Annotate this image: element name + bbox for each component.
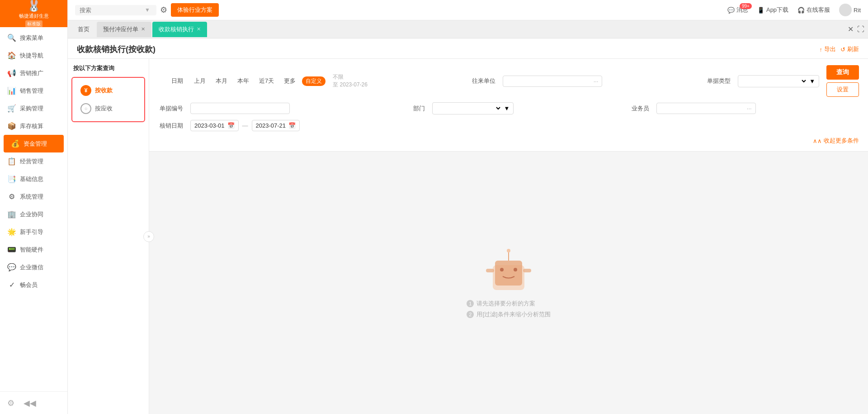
sidebar-item-vip[interactable]: ✓ 畅会员 xyxy=(0,276,67,294)
tab-maximize-icon[interactable]: ⛶ xyxy=(857,25,864,33)
sidebar-item-sales[interactable]: 📊 销售管理 xyxy=(0,82,67,100)
refresh-button[interactable]: ↺ 刷新 xyxy=(840,45,859,53)
staff-input-wrap[interactable]: ··· xyxy=(656,103,756,114)
username-label: Rit xyxy=(854,7,861,14)
staff-ellipsis-icon[interactable]: ··· xyxy=(747,105,752,112)
doc-type-label: 单据类型 xyxy=(706,77,731,85)
collapse-more-btn[interactable]: ∧∧ 收起更多条件 xyxy=(158,137,859,145)
industry-solution-button[interactable]: 体验行业方案 xyxy=(171,3,219,17)
cooperation-icon: 🏢 xyxy=(7,210,16,219)
sidebar-nav: 🔍 搜索菜单 🏠 快捷导航 📢 营销推广 📊 销售管理 🛒 采购管理 📦 库存核… xyxy=(0,27,67,391)
message-icon: 💬 xyxy=(727,7,735,14)
sidebar-bottom: ⚙ ◀◀ xyxy=(0,391,67,414)
doc-type-select[interactable]: ▼ xyxy=(738,75,819,87)
settings-gear-icon[interactable]: ⚙ xyxy=(160,5,167,15)
counterpart-input[interactable] xyxy=(507,78,591,85)
counterpart-label: 往来单位 xyxy=(471,77,495,85)
sidebar-item-purchase[interactable]: 🛒 采购管理 xyxy=(0,100,67,117)
date-btn-custom[interactable]: 自定义 xyxy=(302,76,326,86)
select-chevron-icon: ▼ xyxy=(809,78,815,85)
sidebar-item-operations[interactable]: 📋 经营管理 xyxy=(0,152,67,170)
sidebar-item-label: 智能硬件 xyxy=(20,246,43,254)
tab-prepay-close-icon[interactable]: ✕ xyxy=(141,26,145,32)
hint-num-1: 1 xyxy=(467,300,474,307)
staff-input[interactable] xyxy=(660,105,745,112)
dept-select[interactable]: ▼ xyxy=(432,102,514,114)
sidebar-item-finance[interactable]: 💰 资金管理 xyxy=(4,135,64,152)
query-button[interactable]: 查询 xyxy=(826,65,859,80)
export-icon: ↑ xyxy=(820,46,823,53)
calendar-start-icon[interactable]: 📅 xyxy=(227,122,235,129)
verify-start-date-value: 2023-03-01 xyxy=(194,122,225,129)
svg-point-5 xyxy=(507,249,510,252)
message-item[interactable]: 💬 消息 99+ xyxy=(727,6,748,14)
empty-hint-text-1: 请先选择要分析的方案 xyxy=(476,300,535,308)
sidebar-item-search-menu[interactable]: 🔍 搜索菜单 xyxy=(0,29,67,47)
dept-select-control[interactable] xyxy=(436,105,502,112)
doc-number-input-wrap[interactable] xyxy=(190,103,290,114)
sidebar: 🐰 畅捷通好生意 标准版 🔍 搜索菜单 🏠 快捷导航 📢 营销推广 📊 销售管理… xyxy=(0,0,68,414)
svg-rect-1 xyxy=(495,261,522,286)
online-service-item[interactable]: 🎧 在线客服 xyxy=(797,6,830,14)
date-btn-this-month[interactable]: 本月 xyxy=(212,76,231,86)
left-panel-item-by-receipt[interactable]: ¥ 按收款 xyxy=(76,81,141,100)
tab-home[interactable]: 首页 xyxy=(71,22,96,37)
sidebar-item-marketing[interactable]: 📢 营销推广 xyxy=(0,64,67,82)
vip-icon: ✓ xyxy=(7,281,16,289)
basic-info-icon: 📑 xyxy=(7,175,16,183)
page-header: 收款核销执行(按收款) ↑ 导出 ↺ 刷新 xyxy=(68,38,868,59)
page-header-actions: ↑ 导出 ↺ 刷新 xyxy=(820,45,859,53)
tab-receivable-label: 收款核销执行 xyxy=(159,25,194,33)
tab-prepay-offset[interactable]: 预付冲应付单 ✕ xyxy=(97,22,151,37)
app-download-item[interactable]: 📱 App下载 xyxy=(757,6,788,14)
sidebar-item-basic-info[interactable]: 📑 基础信息 xyxy=(0,170,67,188)
collapse-sidebar-icon[interactable]: ◀◀ xyxy=(24,398,36,408)
chevron-up-icon: ∧∧ xyxy=(813,138,822,144)
empty-hint-item-1: 1 请先选择要分析的方案 xyxy=(467,300,550,308)
sidebar-item-label: 销售管理 xyxy=(20,87,43,95)
tab-close-all-icon[interactable]: ✕ xyxy=(848,25,854,33)
svg-rect-6 xyxy=(486,269,494,272)
doc-type-select-control[interactable] xyxy=(742,77,807,85)
empty-hint-text-2: 用[过滤]条件来缩小分析范围 xyxy=(476,310,550,319)
inventory-icon: 📦 xyxy=(7,122,16,130)
counterpart-ellipsis-icon[interactable]: ··· xyxy=(594,78,599,85)
date-btn-more[interactable]: 更多 xyxy=(280,76,299,86)
topbar-left: ▼ ⚙ 体验行业方案 xyxy=(75,3,722,17)
doc-number-input[interactable] xyxy=(194,105,286,112)
sidebar-item-beginner[interactable]: 🌟 新手引导 xyxy=(0,223,67,241)
verify-date-range: 2023-03-01 📅 — 2023-07-21 📅 xyxy=(190,120,300,131)
filter-settings-button[interactable]: 设置 xyxy=(826,82,859,97)
by-receipt-label: 按收款 xyxy=(95,86,113,95)
sidebar-item-label: 畅会员 xyxy=(20,281,38,289)
tab-receivable-offset[interactable]: 收款核销执行 ✕ xyxy=(152,22,207,37)
counterpart-input-wrap[interactable]: ··· xyxy=(503,76,602,87)
verify-date-end-input[interactable]: 2023-07-21 📅 xyxy=(252,120,300,131)
sidebar-item-cooperation[interactable]: 🏢 企业协同 xyxy=(0,205,67,223)
tab-receivable-close-icon[interactable]: ✕ xyxy=(197,26,201,32)
date-btn-this-year[interactable]: 本年 xyxy=(234,76,253,86)
right-panel: 日期 上月 本月 本年 近7天 更多 自定义 不限 至 2023-07-26 xyxy=(149,59,868,414)
verify-date-start-input[interactable]: 2023-03-01 📅 xyxy=(190,120,239,131)
user-profile[interactable]: Rit xyxy=(839,4,861,16)
sidebar-item-smart-hw[interactable]: 📟 智能硬件 xyxy=(0,241,67,258)
topbar-search-area[interactable]: ▼ xyxy=(75,5,156,15)
empty-hint-item-2: 2 用[过滤]条件来缩小分析范围 xyxy=(467,310,550,319)
date-btn-7days[interactable]: 近7天 xyxy=(255,76,278,86)
collapse-left-panel-button[interactable]: » xyxy=(143,231,154,242)
sidebar-item-system[interactable]: ⚙ 系统管理 xyxy=(0,188,67,205)
date-btn-last-month[interactable]: 上月 xyxy=(190,76,209,86)
export-button[interactable]: ↑ 导出 xyxy=(820,45,836,53)
export-label: 导出 xyxy=(824,45,836,53)
calendar-end-icon[interactable]: 📅 xyxy=(288,122,296,129)
svg-point-3 xyxy=(514,268,517,271)
left-panel: 按以下方案查询 ¥ 按收款 ○ 按应收 » xyxy=(68,59,149,414)
sidebar-item-inventory[interactable]: 📦 库存核算 xyxy=(0,117,67,135)
sidebar-item-quick-nav[interactable]: 🏠 快捷导航 xyxy=(0,47,67,64)
mobile-icon: 📱 xyxy=(757,7,764,14)
left-panel-item-by-receivable[interactable]: ○ 按应收 xyxy=(76,100,141,118)
topbar-search-input[interactable] xyxy=(80,7,143,14)
sidebar-item-enterprise-wechat[interactable]: 💬 企业微信 xyxy=(0,258,67,276)
topbar: ▼ ⚙ 体验行业方案 💬 消息 99+ 📱 App下载 🎧 在线客服 Rit xyxy=(68,0,868,20)
settings-bottom-icon[interactable]: ⚙ xyxy=(7,398,14,408)
